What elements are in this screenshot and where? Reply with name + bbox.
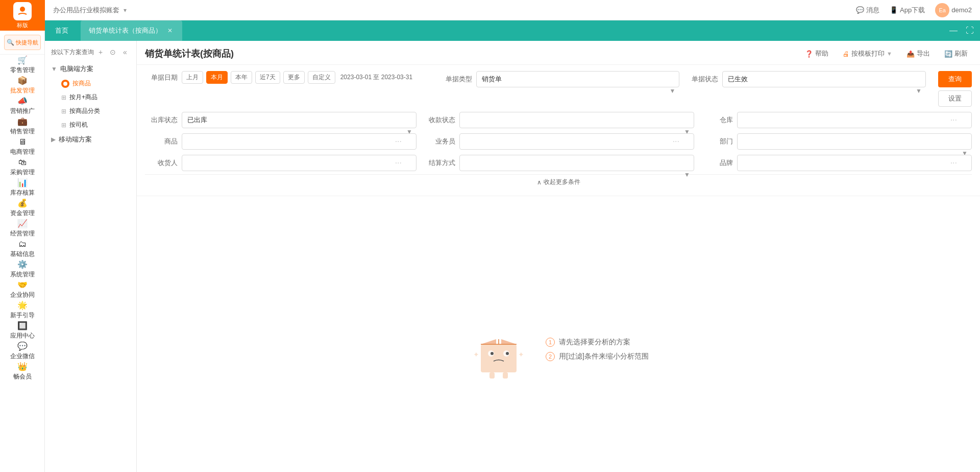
app-logo: 标版 [0, 0, 45, 31]
export-button[interactable]: 📤 导出 [902, 47, 934, 60]
scheme-settings-button[interactable]: ⊙ [108, 47, 118, 57]
tab-minimize-button[interactable]: — [947, 25, 960, 37]
brand-dots: ··· [950, 158, 957, 168]
scheme-header-actions: + ⊙ « [95, 47, 130, 57]
salesperson-input[interactable]: ··· [459, 133, 694, 150]
wholesale-icon: 📦 [17, 76, 28, 85]
tab-home[interactable]: 首页 [45, 20, 79, 41]
export-icon: 📤 [906, 50, 915, 58]
sidebar-item-basic[interactable]: 🗂 基础信息 [0, 239, 44, 259]
sidebar-item-enterprise[interactable]: 🤝 企业协同 [0, 279, 44, 300]
doc-type-select-wrapper: 销货单 ▼ [476, 71, 680, 87]
search-menu-button[interactable]: 🔍 快捷导航 [4, 35, 41, 50]
avatar: Ea [935, 3, 949, 17]
salesperson-label: 业务员 [423, 137, 459, 146]
tab-label: 销货单统计表（按商品） [89, 26, 162, 35]
sidebar-item-inventory[interactable]: 📊 库存核算 [0, 177, 44, 198]
finance-icon: 💰 [17, 198, 28, 208]
tree-by-month-product[interactable]: ⊞ 按月+商品 [57, 90, 136, 104]
sidebar-item-purchase[interactable]: 🛍 采购管理 [0, 157, 44, 177]
message-label: 消息 [866, 6, 879, 15]
dept-wrapper: ▼ [737, 133, 972, 150]
tab-sales-stats[interactable]: 销货单统计表（按商品） ✕ [81, 20, 182, 41]
topbar: 办公用品行业模拟账套 ▾ 💬 消息 📱 App下载 Ea demo2 [45, 0, 980, 20]
payment-select[interactable] [459, 155, 694, 171]
date-range-display: 2023-03-01 至 2023-03-31 [340, 73, 412, 82]
print-button[interactable]: 🖨 按模板打印 ▼ [839, 47, 896, 60]
sidebar-item-marketing[interactable]: 📣 营销推广 [0, 96, 44, 116]
collect-status-select[interactable] [459, 112, 694, 128]
doc-type-arrow-icon: ▼ [669, 87, 675, 95]
svg-point-7 [491, 352, 494, 355]
sidebar-item-sales[interactable]: 💼 销售管理 [0, 116, 44, 136]
sidebar-item-ecommerce[interactable]: 🖥 电商管理 [0, 136, 44, 157]
sidebar-item-label: 资金管理 [10, 209, 35, 218]
payment-wrapper: ▼ [459, 155, 694, 171]
sidebar-item-retail[interactable]: 🛒 零售管理 [0, 55, 44, 75]
query-button[interactable]: 查询 [938, 71, 972, 87]
tree-mobile-item[interactable]: ▶ 移动端方案 [45, 132, 136, 147]
collapse-filter-button[interactable]: ∧ 收起更多条件 [145, 174, 972, 190]
tree-desktop-item[interactable]: ▼ 电脑端方案 [45, 61, 136, 77]
dept-select[interactable] [737, 133, 972, 150]
sidebar-item-newbie[interactable]: 🌟 新手引导 [0, 300, 44, 320]
message-btn[interactable]: 💬 消息 [856, 6, 879, 15]
tree-product-icon [61, 80, 69, 88]
tree-by-product[interactable]: 按商品 [57, 77, 136, 90]
tree-month-label: 按月+商品 [69, 93, 97, 102]
tab-close-button[interactable]: ✕ [166, 27, 174, 35]
svg-point-0 [20, 7, 25, 12]
appcenter-icon: 🔲 [17, 321, 28, 331]
sidebar-item-label: 库存核算 [10, 188, 35, 197]
receiver-input[interactable]: ··· [182, 155, 416, 171]
empty-tip-2-text: 用[过滤]条件来缩小分析范围 [559, 352, 649, 361]
sidebar-item-label: 电商管理 [10, 148, 35, 156]
sidebar-item-ops[interactable]: 📈 经营管理 [0, 218, 44, 239]
scheme-add-button[interactable]: + [95, 47, 106, 57]
collapse-label: 收起更多条件 [544, 178, 580, 186]
date-tab-last-month[interactable]: 上月 [182, 71, 203, 84]
product-dots: ··· [395, 137, 402, 146]
sidebar-item-label: 批发管理 [10, 86, 35, 95]
help-button[interactable]: ❓ 帮助 [801, 47, 832, 60]
sidebar-item-finance[interactable]: 💰 资金管理 [0, 198, 44, 218]
content: 按以下方案查询 + ⊙ « ▼ 电脑端方案 按商品 [45, 41, 980, 472]
sidebar-item-label: 采购管理 [10, 168, 35, 177]
reset-button[interactable]: 设置 [938, 90, 972, 107]
tree-month-icon: ⊞ [61, 94, 66, 101]
receiver-dots: ··· [395, 158, 402, 168]
sidebar-item-corp-wechat[interactable]: 💬 企业微信 [0, 341, 44, 361]
warehouse-input[interactable]: ··· [737, 112, 972, 128]
date-tab-custom[interactable]: 自定义 [308, 71, 335, 84]
sidebar-item-label: 企业微信 [10, 352, 35, 361]
brand-input[interactable]: ··· [737, 155, 972, 171]
sidebar-item-system[interactable]: ⚙️ 系统管理 [0, 259, 44, 279]
tab-maximize-button[interactable]: ⛶ [964, 25, 976, 37]
date-tab-this-month[interactable]: 本月 [206, 71, 228, 84]
topbar-dropdown[interactable]: ▾ [124, 7, 127, 14]
doc-status-select[interactable]: 已生效 [722, 71, 926, 87]
tree-by-category[interactable]: ⊞ 按商品分类 [57, 104, 136, 118]
product-input[interactable]: ··· [182, 133, 416, 150]
sidebar-item-member[interactable]: 👑 畅会员 [0, 361, 44, 382]
doc-status-arrow-icon: ▼ [916, 87, 922, 95]
refresh-button[interactable]: 🔄 刷新 [940, 47, 972, 60]
date-tab-7days[interactable]: 近7天 [255, 71, 280, 84]
export-label: 导出 [917, 49, 930, 58]
basic-icon: 🗂 [18, 240, 27, 249]
tree-by-driver[interactable]: ⊞ 按司机 [57, 118, 136, 132]
out-status-wrapper: 已出库 ▼ [182, 112, 416, 128]
warehouse-label: 仓库 [700, 115, 737, 125]
sidebar-item-wholesale[interactable]: 📦 批发管理 [0, 75, 44, 96]
scheme-collapse-button[interactable]: « [120, 47, 130, 57]
out-status-select[interactable]: 已出库 [182, 112, 416, 128]
page-title: 销货单统计表(按商品) [145, 48, 234, 60]
date-tab-this-year[interactable]: 本年 [231, 71, 252, 84]
sidebar-item-appcenter[interactable]: 🔲 应用中心 [0, 320, 44, 341]
username: demo2 [951, 6, 972, 14]
user-avatar-area[interactable]: Ea demo2 [935, 3, 972, 17]
help-label: 帮助 [815, 49, 828, 58]
doc-type-select[interactable]: 销货单 [476, 71, 680, 87]
app-download-btn[interactable]: 📱 App下载 [890, 6, 925, 15]
date-tab-more[interactable]: 更多 [283, 71, 305, 84]
